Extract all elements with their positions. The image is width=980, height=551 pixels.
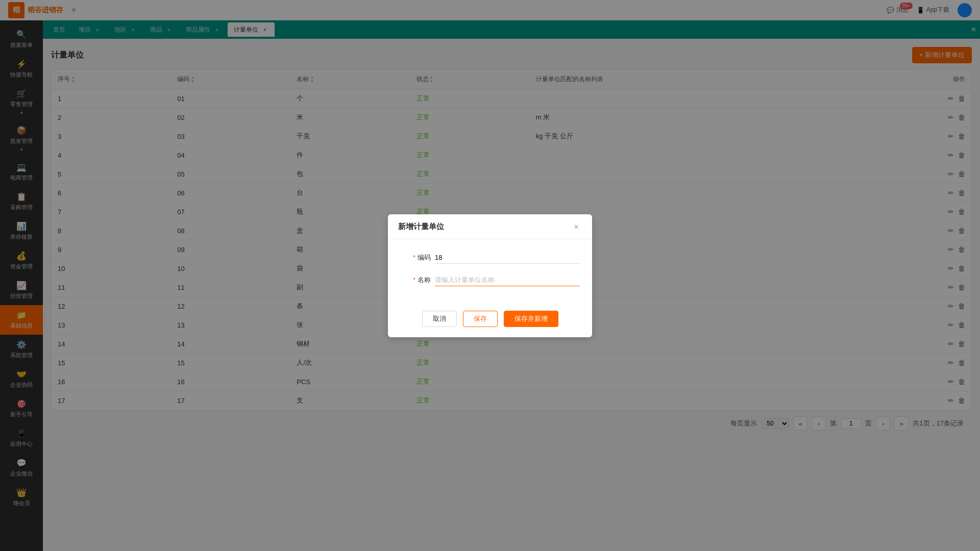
modal-overlay: 新增计量单位 × *编码 *名称 取消 保存 保存并新增: [0, 0, 980, 551]
modal-body: *编码 *名称: [388, 239, 592, 305]
name-required-mark: *: [413, 276, 415, 284]
code-form-row: *编码: [400, 252, 580, 264]
cancel-button[interactable]: 取消: [422, 311, 457, 327]
name-label: *名称: [400, 276, 431, 285]
name-input[interactable]: [435, 274, 580, 286]
save-and-new-button[interactable]: 保存并新增: [504, 311, 558, 327]
code-required-mark: *: [413, 254, 415, 261]
modal-close-button[interactable]: ×: [571, 221, 582, 233]
modal-title: 新增计量单位: [398, 222, 444, 232]
add-unit-modal: 新增计量单位 × *编码 *名称 取消 保存 保存并新增: [388, 214, 592, 337]
modal-header: 新增计量单位 ×: [388, 214, 592, 239]
modal-footer: 取消 保存 保存并新增: [388, 305, 592, 337]
code-input[interactable]: [435, 252, 580, 264]
name-form-row: *名称: [400, 274, 580, 286]
code-label: *编码: [400, 253, 431, 262]
save-button[interactable]: 保存: [463, 311, 498, 327]
